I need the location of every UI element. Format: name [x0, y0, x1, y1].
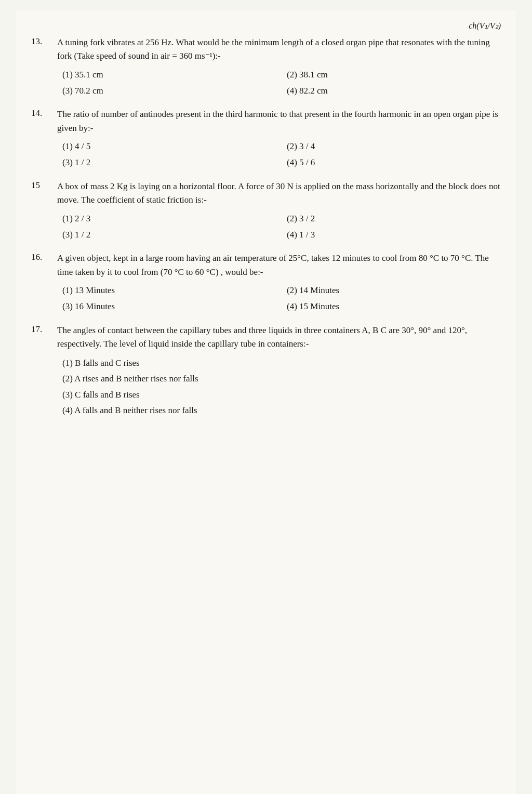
option-4-1: (1) 13 Minutes [62, 283, 276, 298]
option-3-2: (2) 3 / 2 [287, 211, 501, 227]
header-formula: ch(V₁/V₂) [31, 21, 501, 31]
question-text-1: A tuning fork vibrates at 256 Hz. What w… [57, 36, 501, 63]
question-block-2: 14.The ratio of number of antinodes pres… [31, 108, 501, 170]
question-body-1: A tuning fork vibrates at 256 Hz. What w… [57, 36, 501, 98]
question-block-3: 15A box of mass 2 Kg is laying on a hori… [31, 180, 501, 242]
question-text-4: A given object, kept in a large room hav… [57, 252, 501, 279]
question-number-4: 16. [31, 252, 57, 262]
option-4-4: (4) 15 Minutes [287, 299, 501, 314]
option-1-3: (3) 70.2 cm [62, 84, 276, 99]
option-4-2: (2) 14 Minutes [287, 283, 501, 298]
question-number-1: 13. [31, 36, 57, 47]
question-body-3: A box of mass 2 Kg is laying on a horizo… [57, 180, 501, 242]
option-5-2: (2) A rises and B neither rises nor fall… [62, 371, 501, 387]
question-block-1: 13.A tuning fork vibrates at 256 Hz. Wha… [31, 36, 501, 98]
question-number-2: 14. [31, 108, 57, 118]
question-body-5: The angles of contact between the capill… [57, 324, 501, 419]
option-2-3: (3) 1 / 2 [62, 155, 276, 170]
option-1-4: (4) 82.2 cm [287, 84, 501, 99]
question-text-3: A box of mass 2 Kg is laying on a horizo… [57, 180, 501, 207]
option-4-3: (3) 16 Minutes [62, 299, 276, 314]
option-5-3: (3) C falls and B rises [62, 387, 501, 403]
options-grid-3: (1) 2 / 3(2) 3 / 2(3) 1 / 2(4) 1 / 3 [62, 211, 501, 243]
question-text-5: The angles of contact between the capill… [57, 324, 501, 351]
question-body-2: The ratio of number of antinodes present… [57, 108, 501, 170]
option-2-2: (2) 3 / 4 [287, 139, 501, 154]
options-grid-1: (1) 35.1 cm(2) 38.1 cm(3) 70.2 cm(4) 82.… [62, 68, 501, 99]
option-5-1: (1) B falls and C rises [62, 355, 501, 372]
question-number-3: 15 [31, 180, 57, 191]
question-block-5: 17.The angles of contact between the cap… [31, 324, 501, 419]
question-text-2: The ratio of number of antinodes present… [57, 108, 501, 135]
option-3-4: (4) 1 / 3 [287, 228, 501, 243]
question-number-5: 17. [31, 324, 57, 335]
questions-container: 13.A tuning fork vibrates at 256 Hz. Wha… [31, 36, 501, 419]
options-list-5: (1) B falls and C rises(2) A rises and B… [62, 355, 501, 419]
option-1-2: (2) 38.1 cm [287, 68, 501, 83]
option-2-4: (4) 5 / 6 [287, 155, 501, 170]
options-grid-4: (1) 13 Minutes(2) 14 Minutes(3) 16 Minut… [62, 283, 501, 314]
page-content: ch(V₁/V₂) 13.A tuning fork vibrates at 2… [16, 10, 516, 794]
options-grid-2: (1) 4 / 5(2) 3 / 4(3) 1 / 2(4) 5 / 6 [62, 139, 501, 170]
question-block-4: 16.A given object, kept in a large room … [31, 252, 501, 314]
option-3-3: (3) 1 / 2 [62, 228, 276, 243]
option-5-4: (4) A falls and B neither rises nor fall… [62, 403, 501, 419]
question-body-4: A given object, kept in a large room hav… [57, 252, 501, 314]
option-2-1: (1) 4 / 5 [62, 139, 276, 154]
option-3-1: (1) 2 / 3 [62, 211, 276, 227]
option-1-1: (1) 35.1 cm [62, 68, 276, 83]
